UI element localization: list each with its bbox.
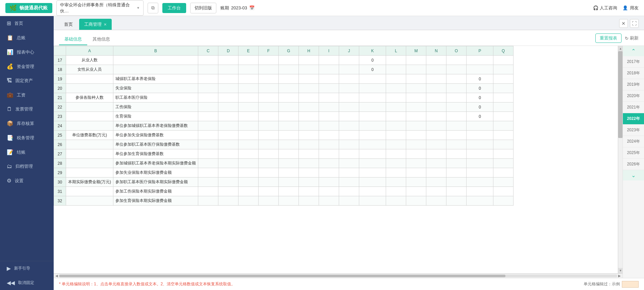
tab-home[interactable]: 首页 [59,19,78,30]
scroll-right-button[interactable]: ▶ [617,274,622,278]
table-cell[interactable] [259,93,279,102]
year-item[interactable]: 2023年 [623,125,644,136]
table-cell[interactable] [493,93,514,102]
table-cell[interactable] [299,140,319,149]
table-row[interactable]: 23生育保险0 [54,112,514,121]
table-cell[interactable] [238,102,259,112]
table-cell[interactable] [259,121,279,131]
table-cell[interactable] [319,140,339,149]
table-cell[interactable] [218,56,238,65]
table-cell[interactable] [319,112,339,121]
table-cell[interactable] [299,102,319,112]
table-row[interactable]: 17从业人数0 [54,56,514,65]
table-cell[interactable] [238,187,259,196]
table-cell[interactable] [299,56,319,65]
table-cell[interactable]: 0 [467,102,493,112]
year-item[interactable]: 2021年 [623,102,644,113]
table-cell[interactable]: 0 [467,84,493,93]
table-cell[interactable] [198,74,218,84]
table-cell[interactable] [218,74,238,84]
table-cell[interactable] [446,56,467,65]
table-cell[interactable] [299,159,319,168]
table-cell[interactable] [218,187,238,196]
table-cell[interactable] [218,131,238,140]
table-cell[interactable] [218,121,238,131]
table-cell[interactable] [359,140,386,149]
table-cell[interactable] [467,121,493,131]
table-cell[interactable]: 女性从业人员 [66,65,113,74]
table-cell[interactable] [299,84,319,93]
table-cell[interactable] [386,177,406,187]
table-cell[interactable] [426,56,446,65]
table-cell[interactable] [299,187,319,196]
year-item[interactable]: 2019年 [623,79,644,90]
table-row[interactable]: 27单位参加生育保险缴费基数 [54,149,514,159]
table-row[interactable]: 31参加工伤保险本期实际缴费金额 [54,187,514,196]
table-cell[interactable] [446,84,467,93]
table-cell[interactable] [446,65,467,74]
table-cell[interactable] [279,65,299,74]
table-cell[interactable]: 0 [467,93,493,102]
table-cell[interactable] [426,112,446,121]
table-cell[interactable] [299,112,319,121]
table-cell[interactable]: 从业人数 [66,56,113,65]
table-cell[interactable] [238,56,259,65]
table-cell[interactable] [259,84,279,93]
table-cell[interactable] [259,159,279,168]
table-cell[interactable] [446,177,467,187]
table-cell[interactable] [238,131,259,140]
table-row[interactable]: 18女性从业人员0 [54,65,514,74]
table-cell[interactable] [198,196,218,206]
table-cell[interactable] [218,112,238,121]
table-cell[interactable] [493,121,514,131]
table-cell[interactable] [319,121,339,131]
table-cell[interactable] [218,159,238,168]
table-cell[interactable] [319,149,339,159]
table-cell[interactable]: 0 [359,65,386,74]
table-cell[interactable] [198,65,218,74]
table-cell[interactable] [339,159,359,168]
table-cell[interactable]: 单位参加失业保险缴费基数 [113,131,198,140]
year-item[interactable]: 2020年 [623,90,644,102]
table-cell[interactable] [279,93,299,102]
table-cell[interactable] [319,159,339,168]
table-cell[interactable] [339,74,359,84]
table-cell[interactable] [259,140,279,149]
table-cell[interactable] [279,102,299,112]
table-cell[interactable] [359,102,386,112]
scroll-left-button[interactable]: ◀ [54,274,59,278]
table-cell[interactable] [467,187,493,196]
scroll-up-button[interactable]: ▲ [618,46,623,51]
table-cell[interactable] [386,121,406,131]
table-cell[interactable] [493,112,514,121]
table-row[interactable]: 20失业保险0 [54,84,514,93]
table-cell[interactable]: 本期实际缴费金额(万元) [66,177,113,187]
table-cell[interactable] [259,65,279,74]
table-cell[interactable]: 参加职工基本医疗保险本期实际缴费金额 [113,177,198,187]
company-selector[interactable]: 中审众环会计师事务所（特殊普通合伙… ▼ [56,0,144,16]
table-cell[interactable] [406,65,426,74]
table-cell[interactable] [238,74,259,84]
sidebar-item-settle[interactable]: 📝 结账 [0,145,54,159]
table-cell[interactable] [406,140,426,149]
sidebar-item-invoice[interactable]: 🗒 发票管理 [0,102,54,116]
table-cell[interactable] [493,140,514,149]
table-cell[interactable] [446,168,467,177]
table-cell[interactable] [426,187,446,196]
table-cell[interactable] [279,187,299,196]
table-cell[interactable]: 参加工伤保险本期实际缴费金额 [113,187,198,196]
table-cell[interactable] [467,168,493,177]
table-cell[interactable] [319,168,339,177]
spreadsheet-scroll[interactable]: A B C D E F G H I J [54,46,618,273]
workbench-button[interactable]: 工作台 [162,3,186,13]
table-cell[interactable] [446,187,467,196]
table-cell[interactable]: 单位参加生育保险缴费基数 [113,149,198,159]
table-cell[interactable] [359,93,386,102]
table-cell[interactable] [386,149,406,159]
year-item[interactable]: 2018年 [623,68,644,79]
table-cell[interactable] [319,102,339,112]
table-cell[interactable] [426,84,446,93]
table-cell[interactable] [406,196,426,206]
table-cell[interactable] [406,102,426,112]
table-cell[interactable] [493,65,514,74]
